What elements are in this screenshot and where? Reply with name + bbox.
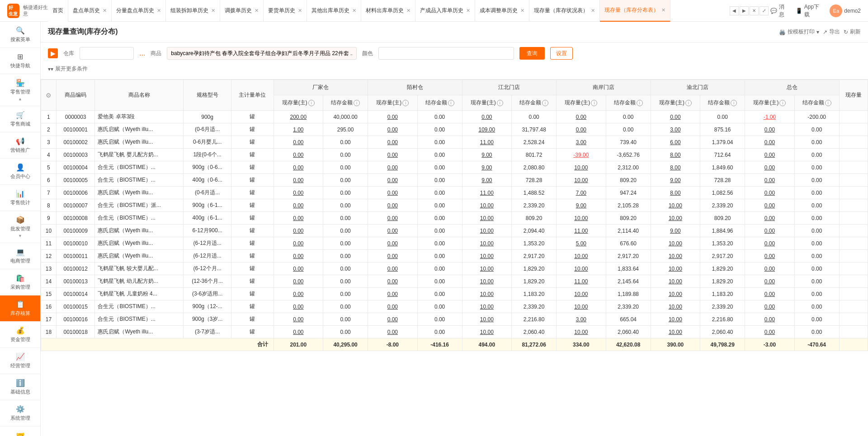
cell-nb-stock[interactable]: 10.00 [557, 300, 606, 313]
cell-yz-stock[interactable]: 9.00 [651, 225, 700, 237]
cell-v-stock[interactable]: 0.00 [368, 149, 417, 161]
val-link[interactable]: 9.00 [670, 177, 680, 183]
cell-jb-stock[interactable]: 10.00 [462, 326, 511, 338]
val-link[interactable]: 0.00 [387, 291, 398, 297]
cell-tot-stock[interactable]: 0.00 [745, 275, 794, 288]
cell-tot-stock[interactable]: 0.00 [745, 199, 794, 212]
cell-f-stock[interactable]: 0.00 [274, 212, 323, 225]
cell-yz-stock[interactable]: 10.00 [651, 275, 700, 288]
val-link[interactable]: 0.00 [764, 164, 775, 171]
cell-nb-stock[interactable]: 10.00 [557, 288, 606, 300]
val-link[interactable]: 10.00 [669, 215, 682, 221]
val-link[interactable]: 10.00 [480, 291, 494, 297]
cell-v-stock[interactable]: 0.00 [368, 161, 417, 174]
val-link[interactable]: 0.00 [293, 304, 303, 310]
val-link[interactable]: 10.00 [669, 316, 682, 323]
cell-tot-stock[interactable]: 0.00 [745, 225, 794, 237]
val-link[interactable]: 0.00 [387, 152, 398, 158]
val-link[interactable]: 0.00 [387, 114, 398, 120]
val-link[interactable]: 11.00 [480, 139, 494, 145]
val-link[interactable]: 10.00 [669, 253, 682, 259]
val-link[interactable]: 0.00 [387, 266, 398, 272]
expand-conditions-btn[interactable]: ▾▾ 展开更多条件 [48, 63, 88, 75]
cell-v-stock[interactable]: 0.00 [368, 111, 417, 123]
val-link[interactable]: 10.00 [480, 240, 494, 247]
val-link[interactable]: 0.00 [387, 253, 398, 259]
gear-icon[interactable]: ⚙ [46, 92, 52, 99]
cell-tot-stock[interactable]: 0.00 [745, 313, 794, 326]
close-tab-inventory-count[interactable]: ✕ [103, 8, 107, 14]
warehouse-input[interactable] [80, 47, 134, 60]
cell-yz-stock[interactable]: 3.00 [651, 123, 700, 136]
cell-nb-stock[interactable]: 10.00 [557, 250, 606, 263]
expand-filter-btn[interactable]: ▶ [48, 48, 58, 58]
val-link[interactable]: 6.00 [670, 139, 680, 145]
cell-v-stock[interactable]: 0.00 [368, 187, 417, 199]
message-btn[interactable]: 💬 消息 [770, 3, 788, 19]
nav-tab-material-out[interactable]: 材料出库单历史✕ [361, 0, 415, 22]
product-input[interactable] [167, 47, 357, 60]
cell-jb-stock[interactable]: 10.00 [462, 212, 511, 225]
cell-v-stock[interactable]: 0.00 [368, 123, 417, 136]
cell-tot-stock[interactable]: 0.00 [745, 149, 794, 161]
cell-tot-stock[interactable]: -1.00 [745, 111, 794, 123]
val-link[interactable]: 0.00 [387, 329, 398, 335]
info-icon[interactable]: i [637, 100, 643, 106]
cell-tot-stock[interactable]: 0.00 [745, 237, 794, 250]
cell-yz-stock[interactable]: 10.00 [651, 300, 700, 313]
val-link[interactable]: 0.00 [764, 316, 775, 323]
val-link[interactable]: 0.00 [764, 266, 775, 272]
cell-nb-stock[interactable]: 10.00 [557, 212, 606, 225]
cell-nb-stock[interactable]: 5.00 [557, 237, 606, 250]
cell-v-stock[interactable]: 0.00 [368, 225, 417, 237]
val-link[interactable]: 3.00 [576, 316, 586, 323]
nav-expand-btn[interactable]: ⤢ [760, 6, 769, 15]
cell-v-stock[interactable]: 0.00 [368, 174, 417, 187]
cell-v-stock[interactable]: 0.00 [368, 288, 417, 300]
val-link[interactable]: 0.00 [764, 240, 775, 247]
cell-f-stock[interactable]: 0.00 [274, 174, 323, 187]
val-link[interactable]: 0.00 [293, 215, 303, 221]
cell-nb-stock[interactable]: 10.00 [557, 263, 606, 275]
cell-f-stock[interactable]: 0.00 [274, 263, 323, 275]
cell-v-stock[interactable]: 0.00 [368, 326, 417, 338]
val-link[interactable]: 0.00 [293, 139, 303, 145]
nav-prev-btn[interactable]: ◀ [730, 6, 739, 15]
cell-yz-stock[interactable]: 10.00 [651, 237, 700, 250]
sidebar-item-basic[interactable]: ℹ️ 基础信息 [0, 374, 40, 400]
nav-tab-inventory-count[interactable]: 盘点单历史✕ [68, 0, 112, 22]
val-link[interactable]: 11.00 [574, 228, 588, 234]
cell-tot-stock[interactable]: 0.00 [745, 174, 794, 187]
cell-nb-stock[interactable]: 11.00 [557, 225, 606, 237]
val-link[interactable]: 0.00 [387, 304, 398, 310]
info-icon[interactable]: i [779, 100, 786, 106]
cell-f-stock[interactable]: 0.00 [274, 149, 323, 161]
cell-v-stock[interactable]: 0.00 [368, 263, 417, 275]
cell-tot-stock[interactable]: 0.00 [745, 136, 794, 149]
cell-yz-stock[interactable]: 10.00 [651, 199, 700, 212]
val-link[interactable]: -39.00 [573, 152, 589, 158]
val-link[interactable]: 5.00 [576, 240, 586, 247]
val-link[interactable]: 0.00 [293, 202, 303, 209]
close-tab-stock-dist[interactable]: ✕ [661, 7, 665, 13]
close-tab-requisition[interactable]: ✕ [298, 8, 302, 14]
val-link[interactable]: 0.00 [764, 304, 775, 310]
cell-f-stock[interactable]: 0.00 [274, 225, 323, 237]
val-link[interactable]: 10.00 [574, 253, 588, 259]
val-link[interactable]: 1.00 [293, 127, 303, 133]
val-link[interactable]: 0.00 [387, 164, 398, 171]
cell-f-stock[interactable]: 0.00 [274, 237, 323, 250]
cell-v-stock[interactable]: 0.00 [368, 300, 417, 313]
val-link[interactable]: 10.00 [480, 215, 494, 221]
cell-jb-stock[interactable]: 11.00 [462, 136, 511, 149]
cell-jb-stock[interactable]: 109.00 [462, 123, 511, 136]
val-link[interactable]: 200.00 [290, 114, 307, 120]
info-icon[interactable]: i [731, 100, 737, 106]
cell-v-stock[interactable]: 0.00 [368, 212, 417, 225]
val-link[interactable]: 0.00 [387, 127, 398, 133]
val-link[interactable]: 10.00 [480, 228, 494, 234]
val-link[interactable]: 0.00 [293, 177, 303, 183]
val-link[interactable]: 9.00 [481, 152, 492, 158]
val-link[interactable]: 10.00 [669, 304, 682, 310]
table-wrapper[interactable]: ⚙商品编码商品名称规格型号主计量单位厂家仓陌村仓江北门店南岸门店渝北门店总仓现存… [41, 80, 868, 436]
